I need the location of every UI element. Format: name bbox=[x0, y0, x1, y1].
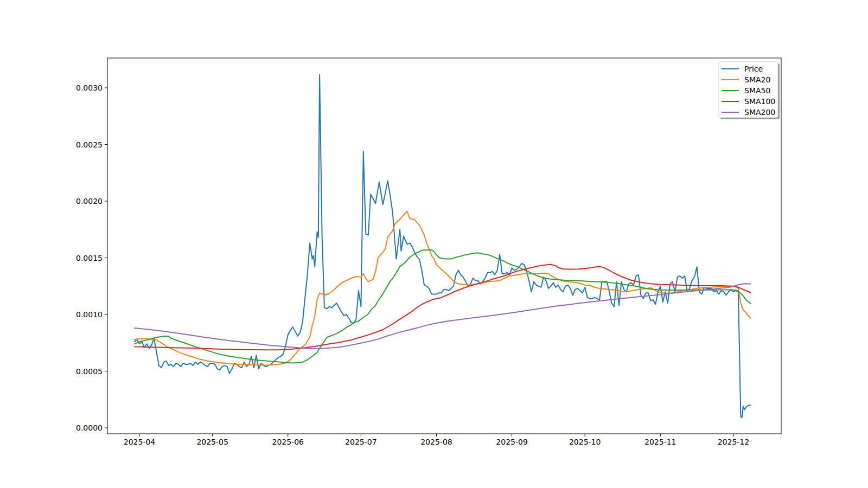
y-tick-label: 0.0015 bbox=[76, 254, 103, 262]
x-tick-label: 2025-09 bbox=[496, 438, 528, 446]
x-tick-label: 2025-05 bbox=[196, 438, 228, 446]
x-tick-label: 2025-07 bbox=[345, 438, 377, 446]
y-tick-label: 0.0030 bbox=[76, 84, 103, 92]
x-tick-label: 2025-08 bbox=[420, 438, 452, 446]
x-tick-label: 2025-06 bbox=[272, 438, 304, 446]
legend-label: SMA200 bbox=[744, 108, 775, 117]
y-tick-label: 0.0025 bbox=[76, 140, 103, 149]
x-tick-label: 2025-11 bbox=[644, 438, 676, 446]
x-tick-label: 2025-04 bbox=[124, 438, 156, 446]
legend-label: SMA100 bbox=[744, 97, 775, 106]
y-tick-label: 0.0010 bbox=[76, 310, 103, 319]
chart-figure: 2025-042025-052025-062025-072025-082025-… bbox=[0, 0, 868, 488]
legend-label: Price bbox=[744, 65, 763, 73]
y-tick-label: 0.0005 bbox=[76, 367, 103, 376]
y-tick-label: 0.0000 bbox=[76, 423, 103, 432]
legend-label: SMA20 bbox=[744, 75, 770, 84]
x-tick-label: 2025-10 bbox=[569, 438, 601, 446]
price-sma-line-chart: 2025-042025-052025-062025-072025-082025-… bbox=[0, 0, 868, 488]
legend: PriceSMA20SMA50SMA100SMA200 bbox=[719, 62, 780, 119]
x-tick-label: 2025-12 bbox=[718, 438, 750, 446]
legend-label: SMA50 bbox=[744, 86, 770, 95]
y-tick-label: 0.0020 bbox=[76, 197, 103, 206]
